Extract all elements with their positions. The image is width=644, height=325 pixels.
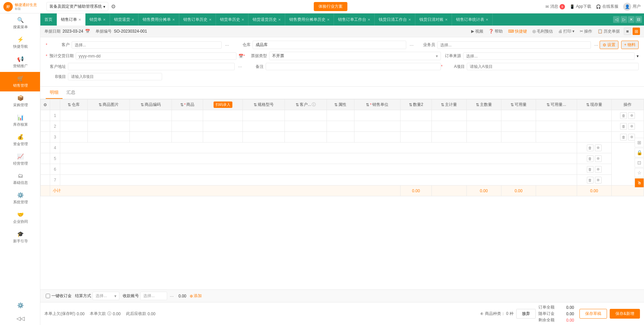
cell-available[interactable] <box>501 110 536 121</box>
settings-btn[interactable]: ⚙ 设置 <box>600 41 618 49</box>
delete-row-button[interactable]: 🗑 <box>587 155 594 162</box>
save-draft-button[interactable]: 保存草稿 <box>579 309 607 319</box>
copy-row-button[interactable]: ⊕ <box>628 112 635 119</box>
sidebar-item-purchase[interactable]: 📦 采购管理 <box>0 91 40 111</box>
tab-cash-reconcile[interactable]: 钱货日清对账 ✕ <box>415 13 452 26</box>
warehouse-select[interactable]: 成品库 <box>253 41 406 49</box>
cell-product-code[interactable] <box>129 110 172 121</box>
salesperson-input[interactable] <box>437 41 591 49</box>
copy-row-button[interactable]: ⊕ <box>595 145 602 151</box>
customer-more-btn[interactable]: ··· <box>224 42 230 48</box>
tab-prev-button[interactable]: ◁ <box>613 16 620 23</box>
tab-home[interactable]: 首页 <box>40 13 57 26</box>
cell-customer-code[interactable] <box>285 110 327 121</box>
customer-input[interactable] <box>72 41 222 49</box>
tab-close-all-button[interactable]: ✕ <box>628 16 635 23</box>
cell-sales-unit[interactable] <box>354 132 400 143</box>
col-warehouse[interactable]: ⇅仓库 <box>60 99 88 110</box>
discard-button[interactable]: 放弃 <box>516 309 536 319</box>
invoice-type-select[interactable]: 不开票 ▾ <box>269 52 441 60</box>
cell-spec[interactable] <box>242 121 285 132</box>
cell-available2[interactable] <box>536 110 577 121</box>
order-source-input[interactable] <box>463 52 635 60</box>
tab-close-icon[interactable]: ✕ <box>103 18 106 22</box>
sidebar-item-guide[interactable]: 🎓 新手引导 <box>0 228 40 247</box>
customer-address-input[interactable] <box>68 63 235 70</box>
delete-row-button[interactable]: 🗑 <box>587 145 594 151</box>
calendar-icon[interactable]: 📅 <box>85 29 90 34</box>
cell-warehouse[interactable] <box>60 132 88 143</box>
view-action[interactable]: ▶ 视频 <box>470 28 485 35</box>
b-project-input[interactable] <box>68 73 162 80</box>
sidebar-item-system[interactable]: ⚙️ 系统管理 <box>0 189 40 208</box>
tab-sales-invoice[interactable]: 销货单 ✕ <box>85 13 110 26</box>
cell-main-qty[interactable] <box>466 132 501 143</box>
col-gear[interactable]: ⚙ <box>41 99 50 110</box>
one-click-checkbox[interactable] <box>46 294 50 298</box>
tab-close-icon[interactable]: ✕ <box>278 18 281 22</box>
cell-spec[interactable] <box>242 132 285 143</box>
copy-row-button[interactable]: ⊕ <box>628 123 635 130</box>
cell-product-code[interactable] <box>129 121 172 132</box>
notes-input[interactable] <box>266 63 441 70</box>
grid-layout-button[interactable]: ⊞ <box>633 28 640 35</box>
settlement-select[interactable]: 选择... ▾ <box>92 292 119 300</box>
cell-stock[interactable] <box>577 132 611 143</box>
product-count-icon[interactable]: ⊕ <box>480 311 484 316</box>
app-download-button[interactable]: 📱 App下载 <box>570 4 591 9</box>
tab-return-history[interactable]: 销货退货历史 ✕ <box>249 13 285 26</box>
col-attribute[interactable]: ⇅属性 <box>327 99 354 110</box>
address-more-btn[interactable]: ··· <box>237 64 243 69</box>
scan-button[interactable]: 扫码录入 <box>214 101 232 108</box>
copy-row-button[interactable]: ⊕ <box>595 177 602 184</box>
cell-product[interactable] <box>172 132 203 143</box>
cell-attribute[interactable] <box>327 121 354 132</box>
sidebar-item-inventory[interactable]: 📊 库存核算 <box>0 111 40 130</box>
sidebar-item-collab[interactable]: 🤝 企业协同 <box>0 208 40 228</box>
col-product-code[interactable]: ⇅商品编码 <box>129 99 172 110</box>
message-button[interactable]: ✉ 消息 9 <box>545 4 565 9</box>
salesperson-more-btn[interactable]: ··· <box>593 42 600 48</box>
solution-button[interactable]: 体验行业方案 <box>314 2 347 11</box>
cell-warehouse[interactable] <box>60 121 88 132</box>
cell-available2[interactable] <box>536 132 577 143</box>
cell-main-unit[interactable] <box>432 110 466 121</box>
tab-close-icon[interactable]: ✕ <box>131 18 134 22</box>
cell-main-unit[interactable] <box>432 121 466 132</box>
settings-icon[interactable]: ⚙ <box>111 3 116 10</box>
col-available[interactable]: ⇅可用量 <box>501 99 536 110</box>
sidebar-item-sales[interactable]: 🛒 销售管理 <box>0 72 40 91</box>
tab-close-icon[interactable]: ✕ <box>445 18 448 22</box>
cell-main-qty[interactable] <box>466 110 501 121</box>
cell-product-img[interactable] <box>87 132 129 143</box>
tab-detail[interactable]: 明细 <box>46 87 63 99</box>
system-selector[interactable]: 装备及固定资产辅助管理系统 ▾ <box>46 2 108 11</box>
col-available2[interactable]: ⇅可用量... <box>536 99 577 110</box>
cell-warehouse[interactable] <box>60 110 88 121</box>
account-select[interactable]: 选择... <box>140 292 167 300</box>
col-main-unit[interactable]: ⇅主计量 <box>432 99 466 110</box>
delete-row-button[interactable]: 🗑 <box>620 134 627 140</box>
col-product[interactable]: ⇅*商品 <box>172 99 203 110</box>
cell-qty2[interactable] <box>400 110 432 121</box>
col-main-qty[interactable]: ⇅主数量 <box>466 99 501 110</box>
delete-row-button[interactable]: 🗑 <box>620 123 627 130</box>
col-sales-unit[interactable]: ⇅*销售单位 <box>354 99 400 110</box>
sidebar-item-base[interactable]: 🗂 基础信息 <box>0 169 40 189</box>
calendar-form-icon[interactable]: 📅 <box>238 54 243 58</box>
tab-sales-fee[interactable]: 销售费用分摊单 ✕ <box>139 13 179 26</box>
tab-invoice-history[interactable]: 销货单历史 ✕ <box>216 13 249 26</box>
float-btn-4[interactable]: ☆ <box>635 168 644 177</box>
cell-customer-code[interactable] <box>285 132 327 143</box>
user-button[interactable]: 👤 用户 <box>623 3 641 11</box>
sidebar-collapse-button[interactable]: ◁◁ <box>0 312 40 325</box>
save-new-button[interactable]: 保存&新增 <box>610 309 640 319</box>
sidebar-item-nav[interactable]: ⚡ 快捷导航 <box>0 33 40 52</box>
float-btn-2[interactable]: 🔒 <box>635 148 644 157</box>
tab-close-icon[interactable]: ✕ <box>241 18 244 22</box>
a-project-input[interactable] <box>467 63 639 70</box>
help-action[interactable]: ❓ 帮助 <box>487 28 504 35</box>
cell-main-qty[interactable] <box>466 121 501 132</box>
tab-sales-order[interactable]: 销售订单 ✕ <box>57 13 85 26</box>
tab-close-icon[interactable]: ✕ <box>78 18 81 22</box>
